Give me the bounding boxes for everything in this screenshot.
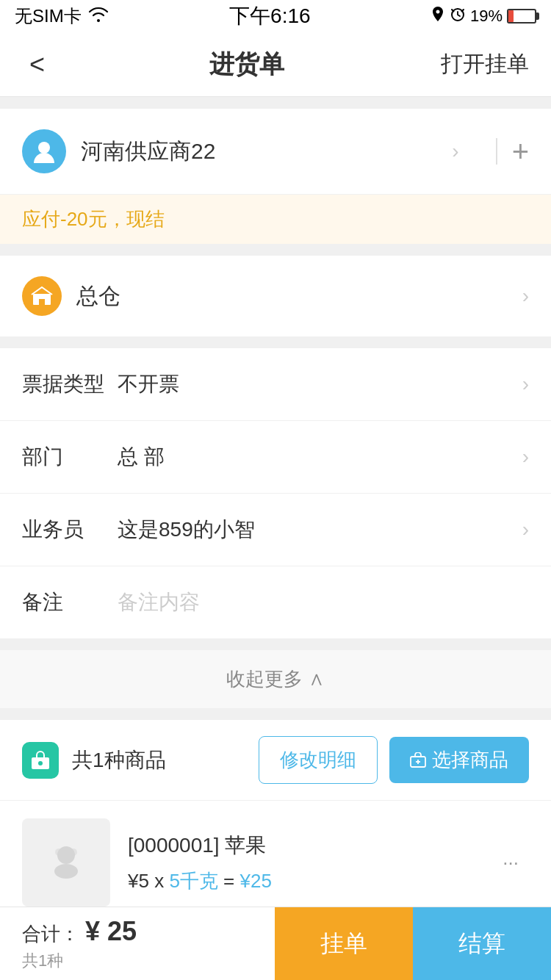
supplier-divider	[496, 138, 497, 165]
product-icon	[22, 742, 59, 779]
add-supplier-button[interactable]: +	[512, 137, 529, 166]
salesperson-arrow-icon: ›	[522, 518, 529, 541]
department-value: 总 部	[118, 443, 522, 471]
product-price: ¥5 x 5千克 = ¥25	[128, 868, 492, 894]
page-title: 进货单	[209, 48, 284, 82]
total-sub: 共1种	[22, 950, 253, 972]
collapse-label: 收起更多 ∧	[226, 666, 324, 692]
warehouse-arrow-icon: ›	[522, 284, 529, 308]
salesperson-label: 业务员	[22, 516, 118, 544]
svg-point-12	[70, 849, 77, 856]
salesperson-row[interactable]: 业务员 这是859的小智 ›	[0, 494, 551, 566]
checkout-button[interactable]: 结算	[413, 907, 551, 980]
department-row[interactable]: 部门 总 部 ›	[0, 421, 551, 494]
product-id: [0000001]	[128, 834, 225, 857]
battery-percent: 19%	[470, 7, 503, 26]
bottom-bar: 合计： ¥ 25 共1种 挂单 结算	[0, 907, 551, 980]
subtotal: ¥25	[240, 870, 272, 892]
total-text: 合计：	[22, 921, 79, 947]
svg-point-11	[55, 849, 62, 856]
invoice-type-label: 票据类型	[22, 370, 118, 398]
warehouse-icon	[22, 276, 62, 316]
department-arrow-icon: ›	[522, 445, 529, 469]
nav-bar: < 进货单 打开挂单	[0, 32, 551, 97]
invoice-type-value: 不开票	[118, 370, 522, 398]
select-product-label: 选择商品	[432, 747, 508, 773]
product-section: 共1种商品 修改明细 选择商品 [0000001] 苹果	[0, 720, 551, 924]
warehouse-row[interactable]: 总仓 ›	[0, 256, 551, 336]
invoice-type-arrow-icon: ›	[522, 372, 529, 396]
svg-rect-3	[39, 299, 45, 305]
edit-detail-button[interactable]: 修改明细	[259, 736, 378, 784]
warehouse-name: 总仓	[76, 281, 522, 311]
department-label: 部门	[22, 443, 118, 471]
select-product-button[interactable]: 选择商品	[389, 737, 529, 783]
total-section: 合计： ¥ 25 共1种	[0, 907, 275, 980]
pending-button[interactable]: 挂单	[275, 907, 413, 980]
product-thumbnail	[22, 818, 110, 907]
product-placeholder-icon	[44, 840, 88, 884]
back-button[interactable]: <	[22, 42, 52, 87]
payment-notice: 应付-20元，现结	[0, 195, 551, 244]
form-section: 票据类型 不开票 › 部门 总 部 › 业务员 这是859的小智 › 备注 备注…	[0, 348, 551, 638]
remark-input[interactable]: 备注内容	[118, 588, 529, 616]
location-icon	[431, 6, 445, 26]
total-label: 合计： ¥ 25	[22, 916, 253, 947]
product-info: [0000001] 苹果 ¥5 x 5千克 = ¥25	[128, 832, 492, 894]
collapse-button[interactable]: 收起更多 ∧	[0, 650, 551, 708]
product-more-button[interactable]: ···	[492, 844, 529, 882]
unit-price: ¥5	[128, 870, 149, 892]
invoice-type-row[interactable]: 票据类型 不开票 ›	[0, 348, 551, 421]
salesperson-value: 这是859的小智	[118, 516, 522, 544]
product-title: 苹果	[225, 834, 266, 857]
wifi-icon	[87, 6, 109, 26]
status-left: 无SIM卡	[15, 4, 109, 28]
total-amount: ¥ 25	[85, 916, 137, 947]
equals-sign: =	[223, 870, 240, 892]
divider-1	[0, 97, 551, 109]
alarm-icon	[450, 6, 466, 26]
product-header: 共1种商品 修改明细 选择商品	[0, 720, 551, 801]
product-item: [0000001] 苹果 ¥5 x 5千克 = ¥25 ···	[0, 801, 551, 924]
price-separator: x	[154, 870, 169, 892]
svg-point-10	[54, 864, 78, 879]
supplier-row[interactable]: 河南供应商22 › +	[0, 109, 551, 195]
svg-point-1	[38, 142, 50, 154]
remark-row[interactable]: 备注 备注内容	[0, 566, 551, 638]
svg-point-5	[38, 761, 43, 765]
supplier-arrow-icon: ›	[452, 140, 458, 163]
supplier-name: 河南供应商22	[81, 137, 452, 167]
product-count-label: 共1种商品	[72, 746, 259, 774]
warehouse-section: 总仓 ›	[0, 256, 551, 336]
remark-label: 备注	[22, 588, 118, 616]
status-right: 19%	[431, 6, 536, 26]
carrier-label: 无SIM卡	[15, 4, 82, 28]
cart-icon	[410, 752, 426, 768]
battery-icon	[507, 9, 536, 24]
status-time: 下午6:16	[229, 2, 311, 30]
supplier-section: 河南供应商22 › + 应付-20元，现结	[0, 109, 551, 244]
open-pending-button[interactable]: 打开挂单	[441, 49, 529, 79]
product-name: [0000001] 苹果	[128, 832, 492, 860]
status-bar: 无SIM卡 下午6:16 19%	[0, 0, 551, 32]
quantity: 5千克	[169, 870, 217, 892]
supplier-avatar	[22, 129, 66, 173]
